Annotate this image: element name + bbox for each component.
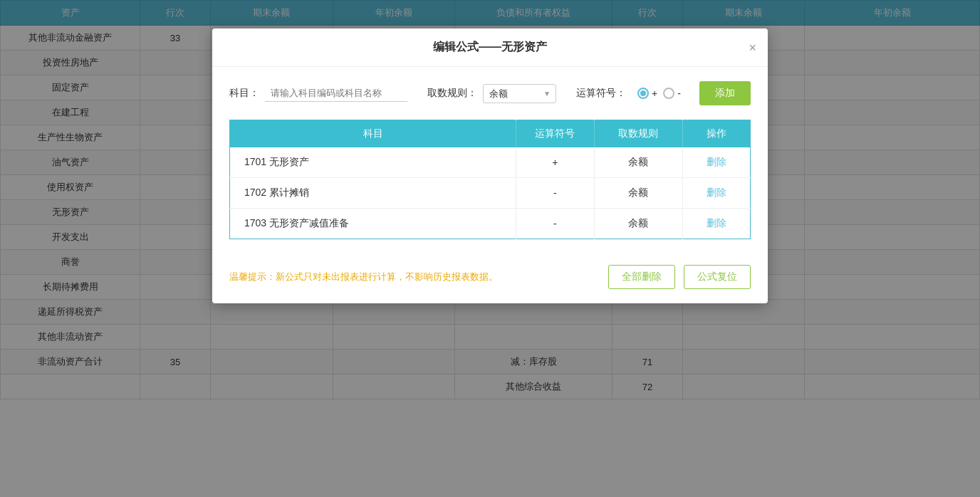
formula-cell-action: 删除 xyxy=(682,209,750,239)
modal-dialog: 编辑公式——无形资产 × 科目： 取数规则： 余额 借方 贷 xyxy=(212,28,768,303)
subject-input[interactable] xyxy=(265,85,407,102)
formula-cell-action: 删除 xyxy=(682,147,750,178)
formula-cell-rule: 余额 xyxy=(594,178,682,209)
delete-all-button[interactable]: 全部删除 xyxy=(608,265,675,289)
formula-cell-operator: + xyxy=(516,147,595,178)
col-action: 操作 xyxy=(682,120,750,148)
formula-cell-subject: 1701 无形资产 xyxy=(230,147,516,178)
modal-title: 编辑公式——无形资产 xyxy=(433,41,547,53)
operator-minus-label: - xyxy=(677,88,681,99)
footer-tip: 温馨提示：新公式只对未出报表进行计算，不影响历史报表数据。 xyxy=(229,271,498,283)
form-row: 科目： 取数规则： 余额 借方 贷方 借方发生额 贷方发生额 xyxy=(229,81,751,105)
operator-minus-radio[interactable] xyxy=(663,88,674,99)
formula-cell-action: 删除 xyxy=(682,178,750,209)
modal-close-button[interactable]: × xyxy=(749,41,756,54)
reset-button[interactable]: 公式复位 xyxy=(684,265,751,289)
subject-label: 科目： xyxy=(229,87,259,100)
formula-cell-operator: - xyxy=(516,178,595,209)
operator-label: 运算符号： xyxy=(576,87,626,100)
col-subject: 科目 xyxy=(230,120,516,148)
formula-table-row: 1703 无形资产减值准备-余额删除 xyxy=(230,209,751,239)
col-operator: 运算符号 xyxy=(516,120,595,148)
delete-row-button[interactable]: 删除 xyxy=(707,187,726,199)
formula-table-row: 1701 无形资产+余额删除 xyxy=(230,147,751,178)
formula-cell-rule: 余额 xyxy=(594,147,682,178)
formula-cell-operator: - xyxy=(516,209,595,239)
operator-plus-label: + xyxy=(652,88,657,99)
modal-header: 编辑公式——无形资产 × xyxy=(212,28,768,67)
operator-plus-radio[interactable] xyxy=(637,88,649,99)
rule-label: 取数规则： xyxy=(427,87,477,100)
delete-row-button[interactable]: 删除 xyxy=(707,156,726,169)
col-rule: 取数规则 xyxy=(594,120,682,148)
formula-table-row: 1702 累计摊销-余额删除 xyxy=(230,178,751,209)
operator-section: 运算符号： + - xyxy=(576,87,681,100)
formula-table: 科目 运算符号 取数规则 操作 1701 无形资产+余额删除1702 累计摊销-… xyxy=(229,120,751,239)
formula-cell-subject: 1703 无形资产减值准备 xyxy=(230,209,516,239)
rule-section: 取数规则： 余额 借方 贷方 借方发生额 贷方发生额 ▼ xyxy=(427,84,556,103)
operator-minus-item[interactable]: - xyxy=(663,88,681,99)
modal-footer: 温馨提示：新公式只对未出报表进行计算，不影响历史报表数据。 全部删除 公式复位 xyxy=(212,253,768,303)
formula-cell-subject: 1702 累计摊销 xyxy=(230,178,516,209)
operator-radio-group: + - xyxy=(637,88,681,99)
rule-select-wrapper[interactable]: 余额 借方 贷方 借方发生额 贷方发生额 ▼ xyxy=(483,84,556,103)
modal-body: 科目： 取数规则： 余额 借方 贷方 借方发生额 贷方发生额 xyxy=(212,67,768,253)
modal-overlay: 编辑公式——无形资产 × 科目： 取数规则： 余额 借方 贷 xyxy=(0,0,980,497)
delete-row-button[interactable]: 删除 xyxy=(707,217,726,230)
operator-plus-item[interactable]: + xyxy=(637,88,657,99)
footer-buttons: 全部删除 公式复位 xyxy=(608,265,751,289)
page-wrapper: 资产 行次 期末余额 年初余额 负债和所有者权益 行次 期末余额 年初余额 其他… xyxy=(0,0,980,497)
rule-select[interactable]: 余额 借方 贷方 借方发生额 贷方发生额 xyxy=(483,84,556,103)
formula-cell-rule: 余额 xyxy=(594,209,682,239)
add-button[interactable]: 添加 xyxy=(699,81,751,105)
